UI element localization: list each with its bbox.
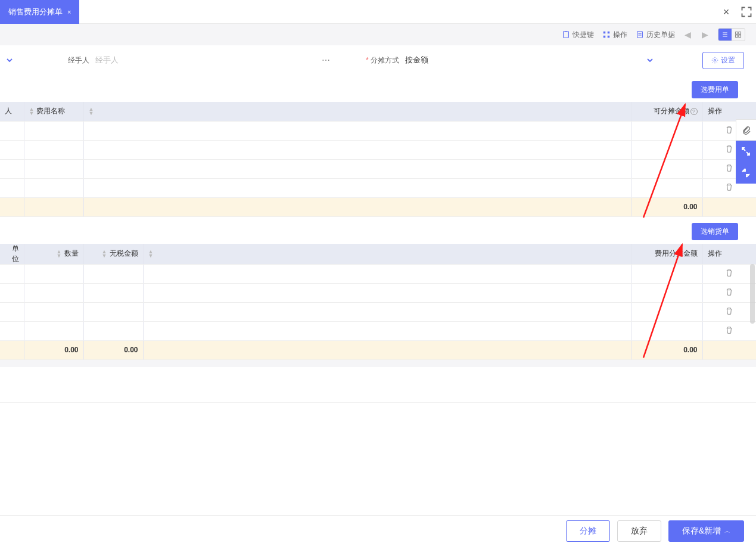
shortcut-link[interactable]: 快捷键 xyxy=(562,30,594,40)
doc-icon xyxy=(636,30,644,39)
svg-rect-0 xyxy=(564,32,569,38)
sales-section: 选销货单 单位 ▲▼数量 ▲▼无税金额 ▲▼ 费用分摊金额 操作 0.000. xyxy=(0,221,756,360)
col-action2: 操作 xyxy=(702,244,756,265)
trash-icon[interactable] xyxy=(725,126,733,134)
form-row: 经手人 ⋯ 分摊方式 设置 xyxy=(0,45,756,75)
svg-point-10 xyxy=(714,60,716,61)
allocate-button[interactable]: 分摊 xyxy=(566,520,610,542)
total-row: 0.000.000.00 xyxy=(0,340,756,359)
col-blank2[interactable]: ▲▼ xyxy=(143,244,631,265)
col-fee-alloc[interactable]: 费用分摊金额 xyxy=(631,244,702,265)
total-row: 0.00 xyxy=(0,197,756,216)
close-icon[interactable]: × xyxy=(720,6,732,18)
svg-rect-6 xyxy=(736,32,738,35)
table-row[interactable] xyxy=(0,159,756,178)
trash-icon[interactable] xyxy=(725,164,733,172)
view-toggle xyxy=(718,28,745,41)
operate-link[interactable]: 操作 xyxy=(602,30,627,40)
settings-button[interactable]: 设置 xyxy=(702,52,744,69)
history-link[interactable]: 历史单据 xyxy=(636,30,675,40)
svg-rect-4 xyxy=(608,36,610,38)
col-unit[interactable]: 单位 xyxy=(0,244,24,265)
prev-icon[interactable]: ◀ xyxy=(683,30,692,39)
expense-table: 人 ▲▼费用名称 ▲▼ 可分摊金额? 操作 0.00 xyxy=(0,102,756,217)
svg-rect-9 xyxy=(739,35,741,38)
chevron-down-icon[interactable] xyxy=(5,55,14,65)
col-qty[interactable]: ▲▼数量 xyxy=(24,244,83,265)
svg-rect-2 xyxy=(608,32,610,34)
expand-out-icon[interactable] xyxy=(736,141,756,162)
table-row[interactable] xyxy=(0,178,756,197)
svg-rect-8 xyxy=(736,35,738,38)
toolbar: 快捷键 操作 历史单据 ◀ ▶ xyxy=(0,24,756,45)
notes-area[interactable] xyxy=(0,367,756,403)
help-icon[interactable]: ? xyxy=(690,108,698,115)
tab-bar: 销售费用分摊单 × × xyxy=(0,0,756,24)
table-row[interactable] xyxy=(0,283,756,302)
trash-icon[interactable] xyxy=(725,183,733,191)
gear-icon xyxy=(711,57,718,64)
attachment-icon[interactable] xyxy=(736,119,756,141)
svg-rect-5 xyxy=(637,32,643,38)
col-action: 操作 xyxy=(702,102,756,121)
table-row[interactable] xyxy=(0,302,756,321)
table-row[interactable] xyxy=(0,264,756,283)
method-input[interactable] xyxy=(405,53,631,67)
more-icon[interactable]: ⋯ xyxy=(322,55,331,65)
divider-strip xyxy=(0,360,756,367)
tab-sales-expense-alloc[interactable]: 销售费用分摊单 × xyxy=(0,0,79,24)
trash-icon[interactable] xyxy=(725,288,733,296)
view-card-icon[interactable] xyxy=(732,29,745,41)
tab-close-icon[interactable]: × xyxy=(67,8,71,15)
trash-icon[interactable] xyxy=(725,145,733,153)
col-fee-name[interactable]: ▲▼费用名称 xyxy=(24,102,83,121)
expense-section: 选费用单 人 ▲▼费用名称 ▲▼ 可分摊金额? 操作 0.00 xyxy=(0,79,756,217)
trash-icon[interactable] xyxy=(725,326,733,334)
clipboard-icon xyxy=(562,30,570,39)
col-person[interactable]: 人 xyxy=(0,102,24,121)
trash-icon[interactable] xyxy=(725,307,733,315)
expand-in-icon[interactable] xyxy=(736,162,756,184)
handler-label: 经手人 xyxy=(68,55,89,66)
svg-rect-7 xyxy=(739,32,741,35)
trash-icon[interactable] xyxy=(725,269,733,277)
table-row[interactable] xyxy=(0,121,756,140)
discard-button[interactable]: 放弃 xyxy=(617,520,661,542)
save-new-button[interactable]: 保存&新增︿ xyxy=(668,520,744,542)
col-alloc-amount[interactable]: 可分摊金额? xyxy=(631,102,702,121)
side-rail xyxy=(736,119,756,184)
footer: 分摊 放弃 保存&新增︿ xyxy=(0,515,756,546)
select-expense-button[interactable]: 选费用单 xyxy=(692,81,738,98)
tab-title: 销售费用分摊单 xyxy=(8,7,63,17)
sales-table: 单位 ▲▼数量 ▲▼无税金额 ▲▼ 费用分摊金额 操作 0.000.000.00 xyxy=(0,244,756,360)
col-blank[interactable]: ▲▼ xyxy=(83,102,631,121)
chevron-down-icon[interactable] xyxy=(645,55,655,65)
method-label: 分摊方式 xyxy=(366,55,399,66)
view-list-icon[interactable] xyxy=(718,29,732,41)
col-amount-notax[interactable]: ▲▼无税金额 xyxy=(83,244,143,265)
handler-field: 经手人 ⋯ xyxy=(68,53,354,67)
handler-input[interactable] xyxy=(95,53,322,67)
svg-rect-3 xyxy=(603,36,606,38)
table-row[interactable] xyxy=(0,140,756,159)
svg-rect-1 xyxy=(603,32,606,34)
scrollbar[interactable] xyxy=(750,264,755,324)
select-sales-button[interactable]: 选销货单 xyxy=(692,223,738,240)
next-icon[interactable]: ▶ xyxy=(701,30,710,39)
table-row[interactable] xyxy=(0,321,756,340)
method-field: 分摊方式 xyxy=(366,53,655,67)
fullscreen-icon[interactable] xyxy=(741,6,752,18)
chevron-up-icon: ︿ xyxy=(724,527,730,535)
grid-icon xyxy=(602,30,611,39)
